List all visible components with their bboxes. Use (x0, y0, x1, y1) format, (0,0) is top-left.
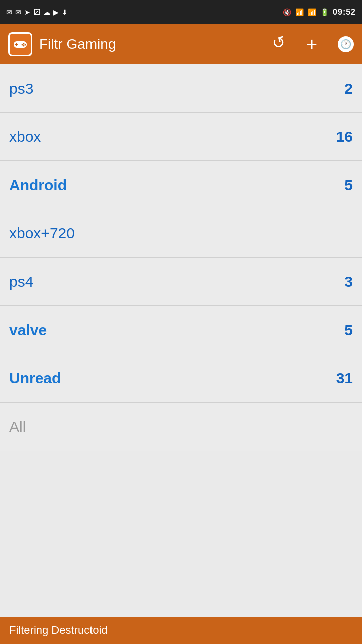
svg-point-5 (25, 44, 26, 46)
list-item-label-ps4: ps4 (9, 273, 33, 290)
svg-point-7 (22, 44, 23, 46)
play-icon: ▶ (53, 8, 59, 16)
mute-icon: 🔇 (283, 8, 291, 16)
status-time: 09:52 (333, 8, 356, 17)
app-bar: Filtr Gaming ↻ + 🕐 (0, 24, 362, 64)
list-item-label-unread: Unread (9, 370, 61, 387)
list-item-label-xbox720: xbox+720 (9, 225, 75, 242)
list-item-label-all: All (9, 418, 26, 435)
list-item-label-ps3: ps3 (9, 80, 33, 97)
footer-text: Filtering Destructoid (9, 624, 108, 637)
add-button[interactable]: + (302, 34, 322, 54)
list-item-count-ps4: 3 (344, 273, 353, 290)
clock-icon: 🕐 (340, 40, 351, 49)
download-icon: ⬇ (62, 8, 68, 16)
email-icon: ✉ (6, 8, 12, 16)
app-logo (8, 32, 32, 56)
status-bar-left-icons: ✉ ✉ ➤ 🖼 ☁ ▶ ⬇ (6, 8, 68, 16)
list-item-ps3[interactable]: ps32 (0, 64, 362, 113)
refresh-button[interactable]: ↻ (263, 32, 288, 57)
list-item-unread[interactable]: Unread31 (0, 354, 362, 403)
gamepad-icon (13, 37, 28, 52)
status-bar: ✉ ✉ ➤ 🖼 ☁ ▶ ⬇ 🔇 📶 📶 🔋 09:52 (0, 0, 362, 24)
filter-list: ps32xbox16Android5xbox+720ps43valve5Unre… (0, 64, 362, 617)
list-item-count-unread: 31 (336, 370, 353, 387)
list-item-valve[interactable]: valve5 (0, 306, 362, 354)
list-item-xbox720[interactable]: xbox+720 (0, 209, 362, 258)
list-item-all[interactable]: All (0, 403, 362, 451)
signal-icon: 📶 (308, 8, 316, 16)
footer-bar: Filtering Destructoid (0, 617, 362, 644)
list-item-count-xbox: 16 (336, 128, 353, 145)
list-item-android[interactable]: Android5 (0, 161, 362, 209)
svg-point-6 (23, 45, 25, 47)
svg-rect-2 (15, 44, 18, 45)
list-item-label-xbox: xbox (9, 128, 41, 145)
list-item-ps4[interactable]: ps43 (0, 258, 362, 306)
status-bar-right-icons: 🔇 📶 📶 🔋 09:52 (283, 8, 356, 17)
image-icon: 🖼 (33, 8, 40, 16)
list-item-label-android: Android (9, 177, 67, 194)
list-item-label-valve: valve (9, 321, 47, 339)
email2-icon: ✉ (15, 8, 21, 16)
svg-point-4 (23, 43, 25, 45)
cloud-icon: ☁ (43, 8, 50, 16)
list-item-count-ps3: 2 (344, 80, 353, 97)
history-button[interactable]: 🕐 (338, 36, 354, 52)
wifi-icon: 📶 (295, 8, 304, 16)
list-item-xbox[interactable]: xbox16 (0, 113, 362, 161)
forward-icon: ➤ (24, 8, 30, 16)
list-item-count-android: 5 (344, 177, 353, 194)
battery-icon: 🔋 (320, 8, 329, 16)
app-title: Filtr Gaming (39, 36, 265, 52)
app-bar-actions: ↻ + 🕐 (265, 34, 354, 54)
list-item-count-valve: 5 (344, 321, 353, 339)
